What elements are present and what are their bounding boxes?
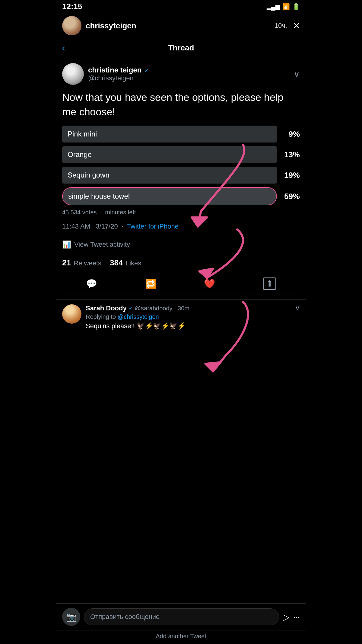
reply-content: Sarah Doody ✓ @sarahdoody · 30m ∨ Replyi…: [86, 304, 300, 330]
reply-chevron-icon[interactable]: ∨: [295, 304, 300, 312]
poll-winner-bar: simple house towel: [62, 187, 277, 205]
wifi-icon: 📶: [282, 3, 290, 10]
tweet-avatar[interactable]: [62, 63, 84, 85]
like-button[interactable]: ❤️: [204, 278, 215, 289]
poll-option-pct-3: 19%: [282, 171, 300, 180]
poll-option-3[interactable]: Sequin gown 19%: [62, 167, 300, 184]
tweet-text: Now that you have seen the options, plea…: [62, 90, 300, 119]
tweet-author-left: christine teigen ✓ @chrissyteigen: [62, 63, 149, 85]
poll-option-pct-4: 59%: [282, 192, 300, 201]
poll-option-2[interactable]: Orange 13%: [62, 146, 300, 163]
poll-option-bar-3: Sequin gown: [62, 167, 277, 184]
story-header: chrissyteigen 10ч. ×: [56, 11, 306, 38]
reply-verified-badge: ✓: [129, 305, 133, 312]
share-button[interactable]: ⬆: [263, 277, 276, 290]
reply-tweet: Sarah Doody ✓ @sarahdoody · 30m ∨ Replyi…: [56, 300, 306, 335]
add-tweet-bar[interactable]: Add another Tweet: [56, 630, 306, 644]
poll-option-bar-2: Orange: [62, 146, 277, 163]
poll-meta: 45,534 votes · minutes left: [62, 209, 300, 216]
thread-header: ‹ Thread: [56, 38, 306, 58]
status-icons: ▂▄▆ 📶 🔋: [267, 3, 300, 10]
reply-to: Replying to @chrissyteigen: [86, 313, 300, 320]
tweet-author-row: christine teigen ✓ @chrissyteigen ∨: [62, 63, 300, 85]
tweet-author-info: christine teigen ✓ @chrissyteigen: [88, 66, 149, 82]
activity-label: View Tweet activity: [74, 241, 130, 248]
view-activity[interactable]: 📊 View Tweet activity: [62, 236, 300, 253]
reply-time: 30m: [178, 305, 189, 312]
reply-text: Sequins please!! 🦅⚡🦅⚡🦅⚡: [86, 322, 300, 330]
reply-author-name: Sarah Doody: [86, 304, 127, 312]
poll-option-4[interactable]: simple house towel 59%: [62, 187, 300, 205]
story-time: 10ч.: [275, 22, 287, 30]
status-time: 12:15: [62, 2, 82, 11]
poll: Pink mini 9% Orange 13% Sequin gown 19%: [62, 126, 300, 216]
tweet-timestamp: 11:43 AM · 3/17/20 · Twitter for iPhone: [62, 223, 300, 230]
retweet-button[interactable]: 🔁: [145, 278, 156, 289]
reply-avatar[interactable]: [62, 304, 81, 324]
chevron-down-icon[interactable]: ∨: [294, 69, 300, 79]
engagement-row: 21 Retweets 384 Likes: [62, 258, 300, 268]
poll-option-pct-2: 13%: [282, 150, 300, 159]
message-input[interactable]: Отправить сообщение: [84, 608, 279, 625]
verified-badge: ✓: [144, 67, 149, 74]
twitter-source-link[interactable]: Twitter for iPhone: [127, 223, 179, 230]
activity-chart-icon: 📊: [62, 240, 71, 249]
svg-marker-2: [205, 362, 221, 371]
likes-count[interactable]: 384 Likes: [110, 258, 141, 268]
tweet-handle: @chrissyteigen: [88, 74, 149, 82]
reply-button[interactable]: 💬: [86, 278, 97, 289]
bottom-bar: 📷 Отправить сообщение ▷ ···: [56, 604, 306, 630]
back-button[interactable]: ‹: [62, 42, 65, 53]
poll-option-bar-1: Pink mini: [62, 126, 277, 143]
send-button[interactable]: ▷: [283, 612, 290, 622]
thread-title: Thread: [168, 43, 194, 53]
poll-option-pct-1: 9%: [282, 130, 300, 139]
camera-button[interactable]: 📷: [62, 608, 80, 626]
action-row: 💬 🔁 ❤️ ⬆: [62, 273, 300, 294]
retweets-count[interactable]: 21 Retweets: [62, 258, 101, 268]
story-username: chrissyteigen: [86, 21, 272, 30]
tweet-display-name: christine teigen ✓: [88, 66, 149, 74]
more-options-button[interactable]: ···: [293, 612, 300, 622]
poll-option-1[interactable]: Pink mini 9%: [62, 126, 300, 143]
reply-handle: @sarahdoody: [135, 305, 173, 312]
story-avatar[interactable]: [62, 16, 81, 35]
signal-icon: ▂▄▆: [267, 3, 280, 10]
reply-header: Sarah Doody ✓ @sarahdoody · 30m ∨: [86, 304, 300, 312]
tweet-container: christine teigen ✓ @chrissyteigen ∨ Now …: [56, 58, 306, 300]
battery-icon: 🔋: [292, 3, 300, 10]
close-icon[interactable]: ×: [293, 19, 300, 32]
status-bar: 12:15 ▂▄▆ 📶 🔋: [56, 0, 306, 11]
